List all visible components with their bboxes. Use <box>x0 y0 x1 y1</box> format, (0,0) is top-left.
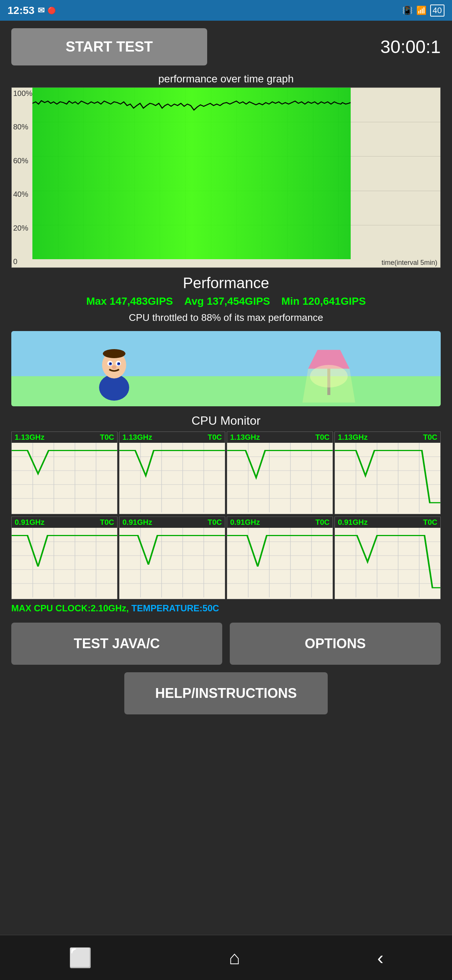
cpu-core-1-header: 1.13GHz T0C <box>12 432 117 443</box>
nav-bar: ⬜ ⌂ ‹ <box>0 935 452 980</box>
cpu-core-7-freq: 0.91GHz <box>230 518 260 527</box>
home-icon: ⌂ <box>229 947 240 969</box>
cpu-core-5-graph <box>12 528 117 597</box>
cpu-monitor-title: CPU Monitor <box>11 414 441 428</box>
cpu-grid-bottom: 0.91GHz T0C 0.91GHz <box>11 517 441 599</box>
graph-wave-line <box>32 88 351 259</box>
back-button[interactable]: ‹ <box>377 947 383 969</box>
cpu-core-3-graph <box>227 443 332 512</box>
cpu-core-7-graph <box>227 528 332 597</box>
cpu-core-2-freq: 1.13GHz <box>122 433 152 442</box>
main-content: START TEST 30:00:1 performance over time… <box>0 21 452 722</box>
status-icons-area: 📳 📶 40 <box>402 5 444 17</box>
svg-point-3 <box>103 349 125 358</box>
cpu-core-2-graph <box>120 443 225 512</box>
y-label-100: 100% <box>13 89 32 98</box>
cpu-core-5: 0.91GHz T0C <box>11 517 118 599</box>
test-javac-button[interactable]: TEST JAVA/C <box>11 623 222 665</box>
status-bar: 12:53 ✉ 🔴 📳 📶 40 <box>0 0 452 21</box>
cpu-core-5-svg <box>12 528 117 597</box>
cartoon-character <box>89 335 139 402</box>
cpu-throttle-text: CPU throttled to 88% of its max performa… <box>11 312 441 323</box>
y-label-80: 80% <box>13 123 32 131</box>
cpu-core-4-header: 1.13GHz T0C <box>335 432 440 443</box>
options-button[interactable]: OPTIONS <box>230 623 441 665</box>
cpu-core-6-svg <box>120 528 225 597</box>
cpu-core-1-graph <box>12 443 117 512</box>
cpu-core-6-temp: T0C <box>208 518 222 527</box>
cpu-core-3-svg <box>227 443 332 512</box>
cpu-core-1-svg <box>12 443 117 512</box>
cpu-core-4: 1.13GHz T0C <box>334 431 441 514</box>
performance-section: Performance Max 147,483GIPS Avg 137,454G… <box>11 275 441 323</box>
cpu-temperature: TEMPERATURE:50C <box>129 603 219 613</box>
top-row: START TEST 30:00:1 <box>11 28 441 65</box>
perf-min-label: Min 120,641GIPS <box>281 295 366 307</box>
cpu-core-4-graph <box>335 443 440 512</box>
performance-title: Performance <box>11 275 441 291</box>
cpu-grid-top: 1.13GHz T0C <box>11 431 441 514</box>
cpu-core-1: 1.13GHz T0C <box>11 431 118 514</box>
cpu-core-7-temp: T0C <box>315 518 330 527</box>
cpu-core-1-freq: 1.13GHz <box>15 433 45 442</box>
cpu-core-2: 1.13GHz T0C <box>119 431 225 514</box>
notification-icon: 🔴 <box>48 6 56 15</box>
cpu-core-3: 1.13GHz T0C <box>227 431 333 514</box>
y-label-20: 20% <box>13 224 32 232</box>
mail-icon: ✉ <box>38 6 45 16</box>
cpu-core-4-temp: T0C <box>423 433 437 442</box>
help-instructions-button[interactable]: HELP/INSTRUCTIONS <box>124 672 328 714</box>
cpu-core-3-temp: T0C <box>315 433 330 442</box>
cpu-core-5-temp: T0C <box>100 518 114 527</box>
recent-apps-button[interactable]: ⬜ <box>69 947 92 969</box>
cpu-core-8-graph <box>335 528 440 597</box>
home-button[interactable]: ⌂ <box>229 947 240 969</box>
y-label-0: 0 <box>13 257 32 266</box>
y-label-60: 60% <box>13 156 32 165</box>
cpu-core-1-temp: T0C <box>100 433 114 442</box>
cpu-core-7-svg <box>227 528 332 597</box>
perf-max-label: Max 147,483GIPS <box>86 295 173 307</box>
cpu-core-3-freq: 1.13GHz <box>230 433 260 442</box>
timer-display: 30:00:1 <box>380 37 441 57</box>
wifi-icon: 📶 <box>416 6 426 16</box>
graph-bars-area <box>32 88 440 259</box>
back-icon: ‹ <box>377 947 383 969</box>
cpu-core-8-temp: T0C <box>423 518 437 527</box>
lamp-illustration <box>295 335 363 402</box>
performance-stats: Max 147,483GIPS Avg 137,454GIPS Min 120,… <box>11 295 441 307</box>
cpu-core-7-header: 0.91GHz T0C <box>227 517 332 528</box>
cpu-core-6-freq: 0.91GHz <box>122 518 152 527</box>
cpu-core-2-header: 1.13GHz T0C <box>120 432 225 443</box>
recent-apps-icon: ⬜ <box>69 947 92 969</box>
y-label-40: 40% <box>13 190 32 199</box>
cpu-core-7: 0.91GHz T0C <box>227 517 333 599</box>
cpu-core-6-header: 0.91GHz T0C <box>120 517 225 528</box>
cpu-core-3-header: 1.13GHz T0C <box>227 432 332 443</box>
max-cpu-clock: MAX CPU CLOCK:2.10GHz, <box>11 603 129 613</box>
cpu-core-6-graph <box>120 528 225 597</box>
vibrate-icon: 📳 <box>402 6 412 16</box>
svg-point-9 <box>118 363 120 364</box>
svg-point-10 <box>112 365 117 369</box>
status-time-area: 12:53 ✉ 🔴 <box>8 5 56 17</box>
perf-avg-label: Avg 137,454GIPS <box>184 295 270 307</box>
cpu-core-4-svg <box>335 443 440 512</box>
start-test-button[interactable]: START TEST <box>11 28 207 65</box>
battery-icon: 40 <box>430 5 444 17</box>
cpu-core-4-freq: 1.13GHz <box>338 433 367 442</box>
bottom-buttons-row: TEST JAVA/C OPTIONS <box>11 623 441 665</box>
graph-time-label: time(interval 5min) <box>382 259 437 267</box>
cpu-core-8-svg <box>335 528 440 597</box>
cpu-core-6: 0.91GHz T0C <box>119 517 225 599</box>
cpu-core-8-freq: 0.91GHz <box>338 518 367 527</box>
status-time: 12:53 <box>8 5 35 17</box>
graph-title: performance over time graph <box>11 73 441 85</box>
svg-point-8 <box>110 363 111 364</box>
cpu-core-5-header: 0.91GHz T0C <box>12 517 117 528</box>
cpu-core-8: 0.91GHz T0C <box>334 517 441 599</box>
svg-marker-14 <box>302 369 355 402</box>
performance-graph-container: performance over time graph 100% 80% 60%… <box>11 73 441 268</box>
cpu-core-5-freq: 0.91GHz <box>15 518 45 527</box>
cpu-core-8-header: 0.91GHz T0C <box>335 517 440 528</box>
